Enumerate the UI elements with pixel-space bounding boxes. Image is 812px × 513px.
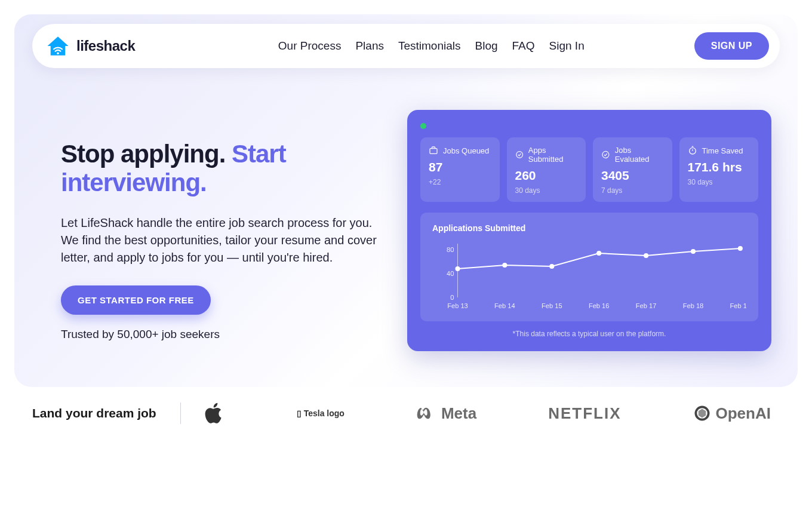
apple-icon <box>205 401 225 425</box>
get-started-button[interactable]: GET STARTED FOR FREE <box>61 285 211 315</box>
briefcase-icon <box>429 146 438 155</box>
stat-apps-submitted: Apps Submitted 260 30 days <box>507 137 586 202</box>
stat-sub: 30 days <box>515 186 578 195</box>
stat-jobs-evaluated: Jobs Evaluated 3405 7 days <box>593 137 672 202</box>
stat-value: 3405 <box>601 168 664 183</box>
check-circle-icon <box>601 150 610 159</box>
svg-text:Feb 18: Feb 18 <box>683 302 704 309</box>
check-circle-icon <box>515 150 524 159</box>
nav-signin[interactable]: Sign In <box>549 39 585 53</box>
divider <box>180 403 181 424</box>
svg-point-10 <box>502 263 507 268</box>
svg-point-3 <box>602 151 609 158</box>
hero-copy: Stop applying. Start interviewing. Let L… <box>61 110 383 351</box>
openai-text: OpenAI <box>716 404 771 423</box>
svg-point-0 <box>57 53 59 55</box>
stat-time-saved: Time Saved 171.6 hrs 30 days <box>679 137 759 202</box>
hero-title-plain: Stop applying. <box>61 140 225 168</box>
nav-testimonials[interactable]: Testimonials <box>398 39 461 53</box>
nav-our-process[interactable]: Our Process <box>278 39 342 53</box>
stopwatch-icon <box>688 146 697 155</box>
svg-point-13 <box>644 253 648 258</box>
stat-sub: +22 <box>429 178 491 186</box>
svg-text:Feb 17: Feb 17 <box>636 302 657 309</box>
dashboard-preview: Jobs Queued 87 +22 Apps Submitted 260 30… <box>407 110 771 351</box>
nav-faq[interactable]: FAQ <box>512 39 535 53</box>
stat-label: Jobs Evaluated <box>615 146 664 164</box>
stat-value: 87 <box>429 160 491 174</box>
logo-tesla: Tesla logo <box>297 408 345 418</box>
dashboard-disclaimer: *This data reflects a typical user on th… <box>420 330 758 338</box>
meta-icon <box>416 401 436 425</box>
company-logos-row: Land your dream job Tesla logo Meta NETF… <box>14 387 798 425</box>
openai-icon <box>693 401 711 425</box>
svg-rect-1 <box>430 149 437 154</box>
stats-row: Jobs Queued 87 +22 Apps Submitted 260 30… <box>420 137 758 202</box>
house-wifi-icon <box>45 33 70 59</box>
stat-label: Apps Submitted <box>528 146 577 164</box>
meta-text: Meta <box>441 404 476 423</box>
svg-text:40: 40 <box>447 270 454 277</box>
svg-point-15 <box>738 246 743 251</box>
brand-logo[interactable]: lifeshack <box>45 33 135 59</box>
logo-apple <box>205 401 225 425</box>
svg-text:Feb 15: Feb 15 <box>542 302 562 309</box>
logos-label: Land your dream job <box>32 406 156 420</box>
stat-sub: 30 days <box>688 178 751 186</box>
svg-point-12 <box>596 251 601 256</box>
signup-button[interactable]: SIGN UP <box>694 32 769 60</box>
nav-links: Our Process Plans Testimonials Blog FAQ … <box>278 39 585 53</box>
logo-netflix: NETFLIX <box>548 404 621 423</box>
stat-label: Time Saved <box>702 146 743 155</box>
stat-value: 171.6 hrs <box>688 160 751 174</box>
svg-text:Feb 19: Feb 19 <box>730 302 746 309</box>
navbar: lifeshack Our Process Plans Testimonials… <box>32 24 780 68</box>
logo-openai: OpenAI <box>693 401 771 425</box>
chart-title: Applications Submitted <box>432 223 746 233</box>
svg-text:Feb 16: Feb 16 <box>589 302 610 309</box>
stat-sub: 7 days <box>601 186 664 195</box>
applications-chart: 04080Feb 13Feb 14Feb 15Feb 16Feb 17Feb 1… <box>432 239 746 311</box>
logo-meta: Meta <box>416 401 476 425</box>
svg-text:80: 80 <box>447 246 454 253</box>
svg-point-9 <box>455 266 460 271</box>
svg-text:Feb 14: Feb 14 <box>494 302 515 309</box>
nav-plans[interactable]: Plans <box>355 39 384 53</box>
svg-text:Feb 13: Feb 13 <box>447 302 468 309</box>
nav-blog[interactable]: Blog <box>475 39 498 53</box>
stat-jobs-queued: Jobs Queued 87 +22 <box>420 137 500 202</box>
brand-name: lifeshack <box>76 38 135 54</box>
chart-card: Applications Submitted 04080Feb 13Feb 14… <box>420 213 758 321</box>
hero-description: Let LifeShack handle the entire job sear… <box>61 214 383 266</box>
hero-title: Stop applying. Start interviewing. <box>61 140 383 198</box>
svg-point-14 <box>691 249 696 254</box>
window-dot-icon <box>420 123 426 129</box>
svg-point-11 <box>549 264 554 269</box>
trusted-text: Trusted by 50,000+ job seekers <box>61 328 383 341</box>
svg-point-2 <box>516 152 522 158</box>
svg-text:0: 0 <box>450 294 454 301</box>
hero-section: lifeshack Our Process Plans Testimonials… <box>14 14 798 387</box>
stat-label: Jobs Queued <box>443 146 489 155</box>
stat-value: 260 <box>515 168 578 183</box>
company-logos: Tesla logo Meta NETFLIX OpenAI Ac <box>205 401 780 425</box>
